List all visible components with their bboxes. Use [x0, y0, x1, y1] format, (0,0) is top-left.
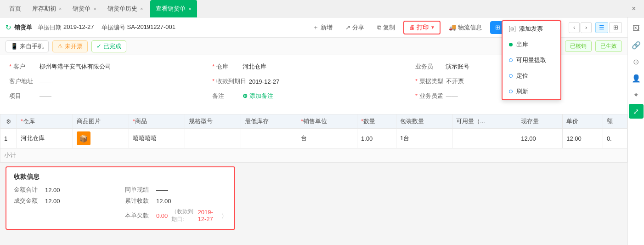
nav-arrows: ‹ ›: [569, 22, 592, 33]
total-amount-row: 金额合计 12.00: [14, 186, 116, 194]
row-warehouse: 河北仓库: [17, 129, 73, 148]
subtotal-row: 小计: [0, 148, 627, 163]
available-qty-item[interactable]: 可用量提取: [503, 52, 560, 68]
star-sidebar-icon[interactable]: ✦: [629, 87, 644, 102]
row-unit: 台: [297, 129, 357, 148]
cancelled-badge: 已核销: [565, 40, 592, 52]
row-no: 1: [0, 129, 17, 148]
amount-col-header: 额: [603, 114, 627, 129]
row-amount: 0.: [603, 129, 627, 148]
list-view-button[interactable]: ☰: [595, 22, 608, 33]
locate-icon: [509, 74, 513, 78]
payment-title: 收款信息: [14, 173, 227, 181]
plus-icon: ＋: [313, 23, 319, 32]
package-qty-col-header: 包装数量: [396, 114, 452, 129]
tab-sales-history[interactable]: 销货单历史 ×: [102, 0, 148, 17]
row-product: 嘻嘻嘻嘻: [129, 129, 185, 148]
locate-item[interactable]: 定位: [503, 68, 560, 84]
image-sidebar-icon[interactable]: 🖼: [629, 21, 644, 36]
grid-view-button[interactable]: ⊞: [609, 22, 622, 33]
note-field: 备注 ⊕ 添加备注: [212, 92, 415, 100]
window-close-button[interactable]: ×: [627, 2, 640, 15]
quantity-col-header: *数量: [357, 114, 396, 129]
tab-inventory-init[interactable]: 库存期初 ×: [27, 0, 67, 17]
min-stock-col-header: 最低库存: [241, 114, 297, 129]
subtotal-label: 小计: [0, 148, 627, 163]
payment-grid: 金额合计 12.00 同单现结 —— 成交金额 12.00 累计收款 12.00: [14, 186, 227, 223]
customer-field: 客户 柳州粤港平安气体有限公司: [9, 63, 212, 71]
product-col-header: *商品: [129, 114, 185, 129]
row-current-stock: 12.00: [517, 129, 563, 148]
right-sidebar: 🖼 🔗 ⊙ 👤 ✦ ⤢: [627, 17, 644, 245]
warehouse-col-header: *仓库: [17, 114, 73, 129]
warning-icon: ⚠: [57, 43, 63, 50]
prev-arrow[interactable]: ‹: [569, 22, 580, 33]
check-icon: ✓: [96, 43, 102, 50]
outbound-icon: [509, 43, 513, 46]
image-col-header: 商品图片: [73, 114, 129, 129]
current-stock-col-header: 现存量: [517, 114, 563, 129]
expand-sidebar-icon[interactable]: ⤢: [629, 104, 644, 119]
doc-title: ↻ 销货单: [6, 23, 32, 32]
tab-bar: 首页 库存期初 × 销货单 × 销货单历史 × 查看销货单 × ×: [0, 0, 644, 17]
tab-view-sales[interactable]: 查看销货单 ×: [150, 0, 197, 17]
cumulative-receipt-row: 累计收款 12.00: [125, 197, 227, 205]
from-phone-button[interactable]: 📱 来自手机: [6, 40, 49, 52]
print-icon: 🖨: [409, 24, 415, 31]
toolbar-actions: ＋ 新增 ↗ 分享 ⧉ 复制 🖨 打印 ▼: [308, 21, 622, 34]
doc-meta: 单据日期 2019-12-27 单据编号 SA-20191227-001: [38, 23, 175, 32]
add-invoice-item[interactable]: ⊞ 添加发票: [503, 21, 560, 37]
row-available: [452, 129, 517, 148]
row-package-qty: 1台: [396, 129, 452, 148]
available-qty-icon: [509, 58, 513, 62]
product-thumbnail: 📦: [77, 131, 90, 145]
outbound-item[interactable]: 出库: [503, 37, 560, 52]
unit-price-col-header: 单价: [563, 114, 603, 129]
settings-col-header[interactable]: ⚙: [0, 114, 17, 129]
share-icon: ↗: [345, 24, 350, 31]
not-open-ticket-button[interactable]: ⚠ 未开票: [52, 40, 88, 52]
row-spec: [185, 129, 241, 148]
due-date-field: 收款到期日 2019-12-27: [212, 77, 415, 85]
close-tab-sales[interactable]: ×: [93, 6, 96, 11]
effective-badge: 已生效: [595, 40, 622, 52]
operate-dropdown: ⊞ 添加发票 出库 可用量提取 定位 刷新: [502, 20, 561, 100]
tab-sales-order[interactable]: 销货单 ×: [67, 0, 102, 17]
close-tab-inventory[interactable]: ×: [59, 6, 62, 11]
target-sidebar-icon[interactable]: ⊙: [629, 54, 644, 69]
print-button[interactable]: 🖨 打印 ▼: [403, 21, 441, 34]
available-col-header: 可用量（...: [452, 114, 517, 129]
invoice-icon: ⊞: [509, 26, 515, 32]
person-sidebar-icon[interactable]: 👤: [629, 71, 644, 85]
row-image: 📦: [73, 129, 129, 148]
address-field: 客户地址 ——: [9, 77, 212, 85]
logistics-button[interactable]: 🚚 物流信息: [444, 22, 486, 34]
grid-icon: ⊞: [495, 24, 500, 31]
close-tab-view[interactable]: ×: [188, 6, 191, 11]
current-debt-row: 本单欠款 0.00 （收款到期日: 2019-12-27 ）: [125, 208, 227, 223]
close-tab-history[interactable]: ×: [140, 6, 143, 11]
table-row: 1 河北仓库 📦 嘻嘻嘻嘻 台 1.00 1台: [0, 129, 627, 148]
done-button[interactable]: ✓ 已完成: [91, 40, 126, 52]
phone-icon: 📱: [11, 43, 18, 50]
table-wrapper: ⚙ *仓库 商品图片 *商品 规格型号 最低库存 *销售单位 *数量 包装数量 …: [0, 114, 627, 163]
warehouse-field: 仓库 河北仓库: [212, 63, 415, 71]
copy-button[interactable]: ⧉ 复制: [373, 22, 400, 34]
refresh-item[interactable]: 刷新: [503, 84, 560, 99]
unit-col-header: *销售单位: [297, 114, 357, 129]
copy-icon: ⧉: [377, 24, 381, 31]
tab-home[interactable]: 首页: [4, 0, 27, 17]
share-button[interactable]: ↗ 分享: [341, 22, 369, 34]
project-field: 项目 ——: [9, 92, 212, 100]
row-min-stock: [241, 129, 297, 148]
plus-note-icon: ⊕: [243, 92, 248, 99]
link-sidebar-icon[interactable]: 🔗: [629, 38, 644, 52]
next-arrow[interactable]: ›: [581, 22, 592, 33]
truck-icon: 🚚: [449, 24, 456, 31]
new-button[interactable]: ＋ 新增: [308, 22, 337, 34]
doc-icon: ↻: [6, 23, 11, 32]
transaction-amount-row: 成交金额 12.00: [14, 197, 116, 205]
sales-table: ⚙ *仓库 商品图片 *商品 规格型号 最低库存 *销售单位 *数量 包装数量 …: [0, 114, 627, 163]
payment-panel: 收款信息 金额合计 12.00 同单现结 —— 成交金额 12.00: [6, 166, 235, 230]
same-order-settlement-row: 同单现结 ——: [125, 186, 227, 194]
